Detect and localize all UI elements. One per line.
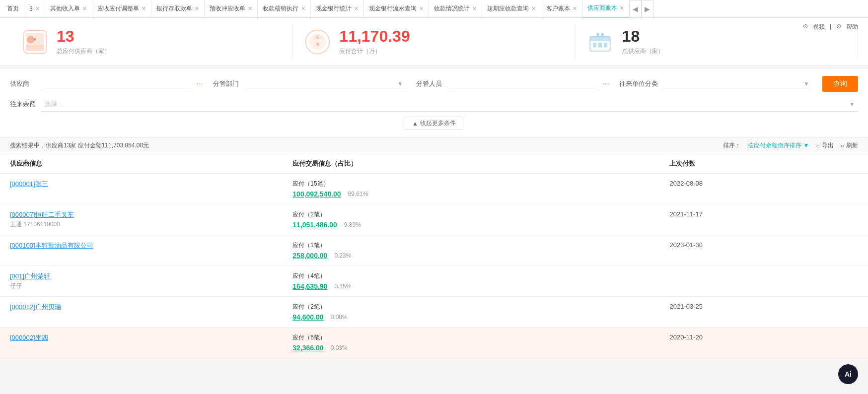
- collapse-icon: ▲: [412, 120, 418, 127]
- department-select[interactable]: ▼: [244, 76, 406, 91]
- nav-tab-bank-deposit[interactable]: 银行存取款单 ✕: [151, 0, 205, 18]
- pay-amount[interactable]: 94,600.00: [292, 313, 323, 321]
- filter-department: 分管部门 ▼: [213, 76, 406, 91]
- svg-text:米: 米: [315, 42, 319, 46]
- svg-point-2: [27, 36, 34, 43]
- person-input[interactable]: [447, 76, 599, 91]
- pay-amount[interactable]: 258,000.00: [292, 252, 327, 260]
- supplier-dots-icon[interactable]: ···: [197, 79, 203, 88]
- nav-tab-supplier-book[interactable]: 供应商账本 ✕: [582, 0, 630, 18]
- close-icon[interactable]: ✕: [573, 5, 577, 12]
- collapse-button[interactable]: ▲ 收起更多条件: [405, 117, 463, 130]
- pay-percent: 9.89%: [344, 221, 361, 228]
- svg-rect-15: [601, 33, 604, 37]
- supplier-link[interactable]: [001]广州荣轩: [10, 272, 50, 280]
- payable-total-number: 11,170.39: [339, 28, 410, 45]
- supplier-link[interactable]: [000007]恒旺二手叉车: [10, 211, 74, 218]
- close-icon[interactable]: ✕: [620, 5, 624, 11]
- close-icon[interactable]: ✕: [35, 5, 40, 12]
- pay-amount[interactable]: 32,366.00: [292, 344, 323, 352]
- balance-select[interactable]: 选择... ▼: [41, 97, 858, 112]
- close-icon[interactable]: ✕: [142, 5, 146, 12]
- last-pay-cell: 2020-11-20: [669, 333, 858, 352]
- supplier-cell: [000100]本特勤油品有限公司: [10, 241, 292, 260]
- pay-percent: 0.03%: [331, 344, 348, 351]
- pay-percent: 0.15%: [334, 283, 351, 290]
- svg-rect-13: [604, 43, 607, 47]
- close-icon[interactable]: ✕: [472, 5, 477, 12]
- nav-tab-cash-bank-stat[interactable]: 现金银行统计 ✕: [311, 0, 364, 18]
- close-icon[interactable]: ✕: [531, 5, 536, 12]
- supplier-cell: [000012]广州贝瑞: [10, 303, 292, 321]
- table-row: [000100]本特勤油品有限公司 应付（1笔） 258,000.00 0.23…: [0, 235, 868, 266]
- nav-tab-other-income[interactable]: 其他收入单 ✕: [45, 0, 92, 18]
- supplier-icon-3: [585, 27, 615, 57]
- nav-tab-cash-flow-query[interactable]: 现金银行流水查询 ✕: [364, 0, 429, 18]
- filter-area: 供应商 ··· 分管部门 ▼ 分管人员 ··· 往来单位分类 ▼ 查询: [0, 69, 868, 137]
- nav-tab-home[interactable]: 首页: [2, 0, 24, 18]
- close-icon[interactable]: ✕: [419, 5, 424, 12]
- pay-amount[interactable]: 11,051,486.00: [292, 221, 337, 229]
- supplier-icon-1: ¥: [20, 27, 50, 57]
- category-select[interactable]: ▼: [662, 76, 812, 91]
- sort-value[interactable]: 按应付余额倒序排序 ▼: [748, 141, 809, 150]
- close-icon[interactable]: ✕: [195, 5, 199, 12]
- close-icon[interactable]: ✕: [82, 5, 87, 12]
- stat-payable-suppliers: ¥ 13 总应付供应商（家）: [10, 24, 292, 60]
- nav-next-arrow[interactable]: ▶: [642, 0, 653, 18]
- total-suppliers-label: 总供应商（家）: [622, 47, 664, 56]
- col-last-pay: 上次付数: [669, 159, 858, 168]
- close-icon[interactable]: ✕: [354, 5, 359, 12]
- supplier-link[interactable]: [000002]李四: [10, 334, 48, 341]
- pay-amount[interactable]: 100,092,540.00: [292, 190, 341, 198]
- svg-rect-14: [596, 33, 599, 37]
- export-button[interactable]: ○ 导出: [816, 141, 834, 150]
- pay-amount[interactable]: 164,635.90: [292, 282, 327, 290]
- supplier-link[interactable]: [000100]本特勤油品有限公司: [10, 242, 93, 249]
- nav-tab-recv-writeoff[interactable]: 收款核销执行 ✕: [258, 0, 311, 18]
- stat-payable-total: ¥ 米 11,170.39 应付合计（万）: [292, 24, 575, 60]
- table-row: [000002]李四 应付（5笔） 32,366.00 0.03% 2020-1…: [0, 328, 868, 358]
- supplier-link[interactable]: [000012]广州贝瑞: [10, 303, 61, 311]
- nav-tab-recv-stat[interactable]: 收款情况统计 ✕: [429, 0, 482, 18]
- nav-tab-overdue-query[interactable]: 超期应收款查询 ✕: [482, 0, 541, 18]
- nav-tab-ar-ap-adjust[interactable]: 应收应付调整单 ✕: [92, 0, 151, 18]
- col-supplier-info: 供应商信息: [10, 159, 292, 168]
- pay-cell: 应付（2笔） 11,051,486.00 9.89%: [292, 210, 669, 229]
- video-link[interactable]: 视频: [813, 23, 825, 31]
- supplier-sub: 仔仔: [10, 282, 292, 290]
- close-icon[interactable]: ✕: [301, 5, 305, 12]
- help-link[interactable]: 帮助: [846, 23, 858, 31]
- last-pay-cell: 2021-11-17: [669, 210, 858, 229]
- last-pay-cell: [669, 272, 858, 290]
- supplier-link[interactable]: [000001]张三: [10, 180, 48, 188]
- pay-cell: 应付（4笔） 164,635.90 0.15%: [292, 272, 669, 290]
- supplier-sub: 王通 17106110000: [10, 220, 292, 229]
- person-dots-icon[interactable]: ···: [603, 79, 609, 88]
- refresh-button[interactable]: ○ 刷新: [841, 141, 858, 150]
- nav-tab-customer-book[interactable]: 客户账本 ✕: [541, 0, 582, 18]
- pay-percent: 89.61%: [348, 191, 368, 197]
- sort-chevron-icon: ▼: [803, 142, 809, 149]
- supplier-input[interactable]: [41, 76, 193, 91]
- supplier-cell: [000007]恒旺二手叉车 王通 17106110000: [10, 210, 292, 229]
- last-pay-cell: 2022-08-08: [669, 180, 858, 198]
- result-bar: 搜索结果中，供应商13家 应付金额111,703,854.00元 排序： 按应付…: [0, 137, 868, 154]
- filter-person: 分管人员 ···: [416, 76, 609, 91]
- last-pay-cell: 2021-03-25: [669, 303, 858, 321]
- pay-cell: 应付（2笔） 94,600.00 0.08%: [292, 303, 669, 321]
- refresh-icon: ○: [841, 142, 844, 149]
- category-label: 往来单位分类: [619, 79, 658, 88]
- supplier-icon-2: ¥ 米: [302, 27, 332, 57]
- data-table: 供应商信息 应付交易信息（占比） 上次付数 [000001]张三 应付（15笔）…: [0, 154, 868, 358]
- top-navigation: 首页 3 ✕ 其他收入单 ✕ 应收应付调整单 ✕ 银行存取款单 ✕ 预收冲应收单…: [0, 0, 868, 18]
- close-icon[interactable]: ✕: [248, 5, 252, 12]
- nav-tab-advance-recv[interactable]: 预收冲应收单 ✕: [205, 0, 258, 18]
- nav-prev-arrow[interactable]: ◀: [630, 0, 642, 18]
- search-button[interactable]: 查询: [822, 76, 858, 92]
- payable-suppliers-label: 总应付供应商（家）: [57, 47, 110, 56]
- balance-label: 往来余额: [10, 100, 37, 109]
- table-row: [000012]广州贝瑞 应付（2笔） 94,600.00 0.08% 2021…: [0, 297, 868, 328]
- supplier-cell: [001]广州荣轩 仔仔: [10, 272, 292, 290]
- nav-tab-3[interactable]: 3 ✕: [24, 0, 45, 18]
